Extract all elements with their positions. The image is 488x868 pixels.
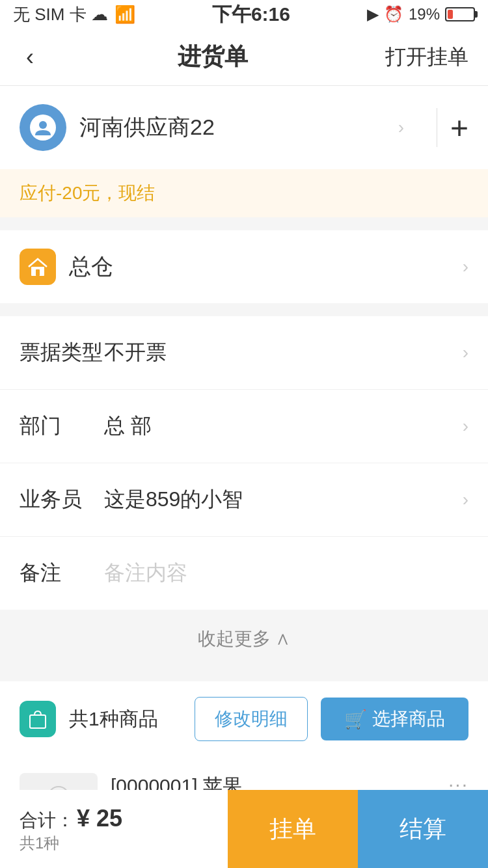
cart-icon: 🛒 (344, 709, 367, 730)
supplier-avatar (20, 104, 66, 151)
svg-rect-2 (36, 269, 40, 276)
salesperson-value: 这是859的小智 (104, 485, 463, 514)
salesperson-arrow-icon: › (463, 489, 468, 510)
supplier-section: 河南供应商22 › + (0, 86, 488, 169)
battery-percent: 19% (409, 5, 440, 23)
add-supplier-button[interactable]: + (450, 110, 468, 146)
house-icon (28, 258, 47, 276)
department-label: 部门 (20, 412, 104, 441)
supplier-name: 河南供应商22 (79, 113, 398, 142)
location-icon: ▶ (367, 5, 379, 23)
total-count: 共1种 (20, 833, 208, 854)
footer: 合计： ¥ 25 共1种 挂单 结算 (0, 790, 488, 868)
select-product-label: 选择商品 (372, 707, 445, 731)
settle-label: 结算 (400, 813, 446, 845)
salesperson-row[interactable]: 业务员 这是859的小智 › (0, 463, 488, 537)
shopping-bag-icon (27, 709, 48, 729)
status-bar-time: 下午6:16 (212, 1, 290, 28)
sim-status: 无 SIM 卡 ☁ (13, 3, 108, 26)
alert-banner: 应付-20元，现结 (0, 169, 488, 217)
ticket-type-arrow-icon: › (463, 342, 468, 363)
open-hang-button[interactable]: 打开挂单 (385, 43, 468, 72)
collapse-label: 收起更多 ∧ (198, 629, 291, 649)
department-arrow-icon: › (463, 416, 468, 437)
settle-button[interactable]: 结算 (358, 790, 488, 868)
hang-label: 挂单 (269, 813, 316, 845)
collapse-row[interactable]: 收起更多 ∧ (0, 610, 488, 668)
department-value: 总 部 (104, 412, 463, 441)
total-amount: ¥ 25 (77, 805, 122, 832)
nav-bar: ‹ 进货单 打开挂单 (0, 29, 488, 86)
status-bar-right: ▶ ⏰ 19% (367, 5, 475, 23)
warehouse-row[interactable]: 总仓 › (0, 230, 488, 303)
svg-point-0 (39, 121, 47, 129)
status-bar: 无 SIM 卡 ☁ 📶 下午6:16 ▶ ⏰ 19% (0, 0, 488, 29)
remark-label: 备注 (20, 559, 104, 588)
ticket-type-label: 票据类型 (20, 338, 104, 367)
footer-total-area: 合计： ¥ 25 共1种 (0, 790, 228, 868)
warehouse-icon (20, 249, 56, 285)
ticket-type-value: 不开票 (104, 338, 463, 367)
product-header: 共1种商品 修改明细 🛒 选择商品 (0, 681, 488, 757)
alert-text: 应付-20元，现结 (20, 183, 155, 203)
person-icon (34, 118, 52, 137)
battery-icon (445, 7, 475, 21)
form-section: 票据类型 不开票 › 部门 总 部 › 业务员 这是859的小智 › 备注 备注… (0, 316, 488, 610)
total-label: 合计： (20, 808, 74, 833)
select-product-button[interactable]: 🛒 选择商品 (321, 698, 468, 740)
remark-input[interactable]: 备注内容 (104, 559, 468, 588)
warehouse-name: 总仓 (69, 252, 463, 282)
salesperson-label: 业务员 (20, 485, 104, 514)
ticket-type-row[interactable]: 票据类型 不开票 › (0, 316, 488, 390)
wifi-icon: 📶 (115, 5, 135, 25)
supplier-arrow-icon: › (398, 117, 404, 138)
department-row[interactable]: 部门 总 部 › (0, 390, 488, 463)
warehouse-arrow-icon: › (463, 256, 468, 277)
divider (437, 108, 437, 147)
alarm-icon: ⏰ (384, 5, 403, 23)
product-count-icon (20, 701, 56, 737)
svg-rect-3 (30, 715, 46, 728)
product-count-text: 共1种商品 (69, 706, 182, 733)
hang-button[interactable]: 挂单 (228, 790, 358, 868)
back-button[interactable]: ‹ (20, 37, 40, 77)
page-title: 进货单 (178, 41, 248, 73)
edit-detail-button[interactable]: 修改明细 (195, 697, 308, 741)
status-bar-left: 无 SIM 卡 ☁ 📶 (13, 3, 135, 26)
supplier-row[interactable]: 河南供应商22 › + (0, 86, 488, 169)
remark-row[interactable]: 备注 备注内容 (0, 537, 488, 610)
